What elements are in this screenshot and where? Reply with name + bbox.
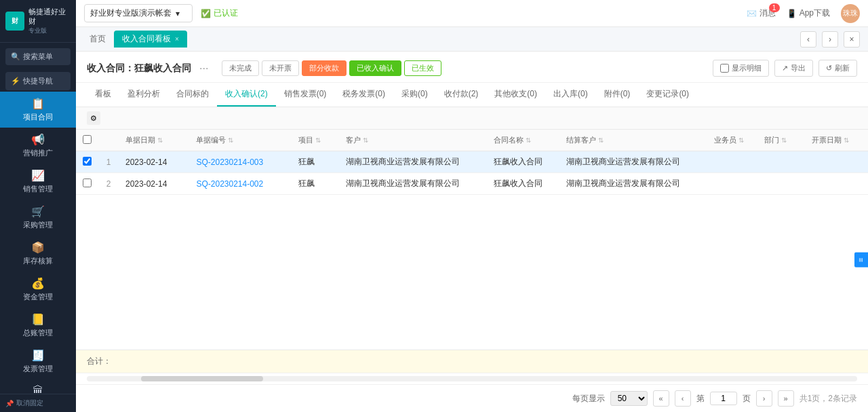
status-btn-3[interactable]: 已收入确认 (349, 60, 401, 76)
search-menu-button[interactable]: 🔍 搜索菜单 (5, 48, 71, 65)
inner-tab-10[interactable]: 附件(0) (596, 83, 639, 107)
tabbar: 首页 收入合同看板 × ‹ › × (76, 27, 868, 52)
first-page-button[interactable]: « (653, 390, 669, 407)
scrollbar-thumb[interactable] (141, 376, 263, 381)
sidebar-icon-3: 🛒 (31, 205, 45, 218)
th-opendate[interactable]: 开票日期 (805, 130, 868, 151)
row-contract-1: 狂飙收入合同 (487, 173, 559, 195)
inner-tab-3[interactable]: 收入确认(2) (217, 83, 276, 107)
per-page-select[interactable]: 50 20 100 (610, 391, 648, 406)
row-project-1: 狂飙 (292, 173, 339, 195)
company-selector[interactable]: 好业财专业版演示帐套 ▾ (84, 4, 193, 22)
tab-home[interactable]: 首页 (84, 31, 111, 48)
row-checkbox-1[interactable] (83, 179, 92, 187)
sidebar-item-8[interactable]: 🏛 税务管理 (0, 379, 76, 394)
export-button[interactable]: ↗ 导出 (774, 60, 813, 77)
inner-tab-6[interactable]: 采购(0) (393, 83, 436, 107)
next-page-button[interactable]: › (756, 390, 772, 407)
inner-tab-7[interactable]: 收付款(2) (436, 83, 487, 107)
sidebar-label-6: 总账管理 (23, 328, 53, 338)
th-customer[interactable]: 客户 (339, 130, 487, 151)
tab-current[interactable]: 收入合同看板 × (114, 31, 187, 48)
sidebar-item-1[interactable]: 📢 营销推广 (0, 128, 76, 164)
inner-tab-4[interactable]: 销售发票(0) (276, 83, 335, 107)
pin-icon: 📌 (5, 400, 14, 407)
row-salesman-1 (707, 173, 757, 195)
sidebar-item-2[interactable]: 📈 销售管理 (0, 164, 76, 200)
row-customer-0: 湖南卫视商业运营发展有限公司 (339, 151, 487, 173)
sidebar-item-7[interactable]: 🧾 发票管理 (0, 343, 76, 379)
th-settle-customer[interactable]: 结算客户 (559, 130, 707, 151)
sidebar-item-5[interactable]: 💰 资金管理 (0, 271, 76, 307)
row-no-0: SQ-20230214-003 (189, 151, 292, 173)
row-settle-1: 湖南卫视商业运营发展有限公司 (559, 173, 707, 195)
inner-tab-9[interactable]: 出入库(0) (545, 83, 596, 107)
sidebar-pin-button[interactable]: 📌 取消固定 (0, 394, 76, 412)
inner-tab-5[interactable]: 税务发票(0) (334, 83, 393, 107)
show-detail-checkbox[interactable]: 显示明细 (713, 60, 769, 77)
column-settings-button[interactable]: ⚙ (87, 111, 100, 125)
refresh-button[interactable]: ↺ 刷新 (818, 60, 857, 77)
table-header: 单据日期 单据编号 项目 客户 合同名称 结算客户 业务员 部门 开票日期 (76, 130, 868, 151)
th-num (98, 130, 119, 151)
content-wrapper: ⚙ 单据日期 单据编号 项目 客户 (76, 107, 868, 412)
sidebar-icon-6: 📒 (31, 313, 45, 326)
status-btn-2[interactable]: 部分收款 (302, 60, 347, 76)
row-date-0: 2023-02-14 (119, 151, 189, 173)
row-dept-1 (757, 173, 805, 195)
sidebar-item-0[interactable]: 📋 项目合同 (0, 92, 76, 128)
floating-panel-button[interactable]: ≡ (854, 252, 868, 267)
prev-page-button[interactable]: ‹ (675, 390, 691, 407)
sidebar-label-5: 资金管理 (23, 292, 53, 302)
status-btn-0[interactable]: 未完成 (222, 60, 259, 76)
th-salesman[interactable]: 业务员 (707, 130, 757, 151)
scrollbar-track (87, 376, 857, 381)
more-button[interactable]: ··· (199, 62, 208, 75)
user-avatar[interactable]: 珠珠 (841, 4, 860, 23)
th-date[interactable]: 单据日期 (119, 130, 189, 151)
page-number-input[interactable] (710, 392, 737, 405)
page-header-actions: 显示明细 ↗ 导出 ↺ 刷新 (713, 60, 857, 77)
th-contract[interactable]: 合同名称 (487, 130, 559, 151)
th-no[interactable]: 单据编号 (189, 130, 292, 151)
sidebar-menu: 📋 项目合同 📢 营销推广 📈 销售管理 🛒 采购管理 📦 库存核算 💰 资金管… (0, 92, 76, 394)
th-dept[interactable]: 部门 (757, 130, 805, 151)
sidebar-label-3: 采购管理 (23, 220, 53, 230)
app-logo: 财 畅捷通好业财 专业版 (0, 0, 76, 43)
tab-close-icon[interactable]: × (175, 35, 179, 43)
inner-tab-11[interactable]: 变更记录(0) (638, 83, 697, 107)
sidebar-item-4[interactable]: 📦 库存核算 (0, 236, 76, 271)
logo-icon: 财 (5, 12, 24, 31)
horizontal-scrollbar[interactable] (76, 373, 868, 384)
verified-badge: ✅ 已认证 (201, 7, 238, 19)
chevron-down-icon: ▾ (176, 9, 180, 18)
last-page-button[interactable]: » (778, 390, 794, 407)
tab-prev-button[interactable]: ‹ (800, 31, 816, 48)
sidebar-item-3[interactable]: 🛒 采购管理 (0, 200, 76, 236)
inner-tab-0[interactable]: 看板 (87, 83, 119, 107)
row-checkbox-cell-1 (76, 173, 98, 195)
status-btn-4[interactable]: 已生效 (404, 60, 441, 76)
select-all-checkbox[interactable] (83, 135, 92, 144)
total-row: 合计： (76, 350, 868, 373)
th-project[interactable]: 项目 (292, 130, 339, 151)
download-icon: 📱 (787, 9, 797, 18)
sidebar-icon-5: 💰 (31, 277, 45, 290)
status-btn-1[interactable]: 未开票 (262, 60, 299, 76)
tab-next-button[interactable]: › (822, 31, 838, 48)
inner-tab-1[interactable]: 盈利分析 (119, 83, 168, 107)
tab-close-button[interactable]: × (844, 31, 860, 48)
inner-tab-8[interactable]: 其他收支(0) (486, 83, 545, 107)
app-tag: 专业版 (28, 26, 71, 35)
row-checkbox-0[interactable] (83, 157, 92, 166)
row-no-link-1[interactable]: SQ-20230214-002 (196, 179, 263, 189)
inner-tab-2[interactable]: 合同标的 (168, 83, 217, 107)
quick-nav-button[interactable]: ⚡ 快捷导航 (5, 72, 71, 90)
sidebar-label-1: 营销推广 (23, 148, 53, 158)
app-download-button[interactable]: 📱 App下载 (787, 7, 830, 19)
company-name: 好业财专业版演示帐套 (90, 7, 172, 19)
row-no-link-0[interactable]: SQ-20230214-003 (196, 157, 263, 167)
sidebar-item-6[interactable]: 📒 总账管理 (0, 307, 76, 343)
sidebar-icon-4: 📦 (31, 241, 45, 254)
message-button[interactable]: ✉️ 消息 1 (747, 7, 776, 19)
